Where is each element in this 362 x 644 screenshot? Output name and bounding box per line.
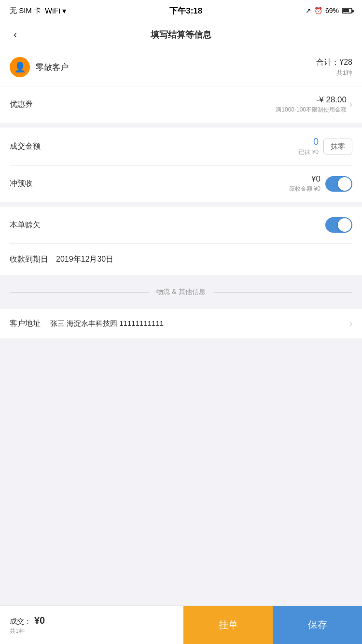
debt-label: 本单赊欠 (10, 220, 41, 230)
total-amount: 合计：¥28 (316, 57, 352, 68)
battery-percent: 69% (325, 7, 339, 14)
debt-row: 本单赊欠 (10, 207, 352, 244)
coupon-row[interactable]: 优惠券 -¥ 28.00 满1000-100不限制使用金额 › (0, 86, 362, 123)
precharge-sub: 应收金额 ¥0 (289, 185, 320, 193)
total-count: 共1种 (316, 69, 352, 77)
carrier-label: 无 SIM 卡 (10, 6, 41, 15)
divider-line-left (10, 292, 149, 293)
coupon-label: 优惠券 (10, 99, 33, 110)
amount-right: 0 已抹 ¥0 抹零 (299, 136, 352, 156)
customer-name: 零散客户 (36, 62, 69, 73)
page-title: 填写结算等信息 (151, 29, 211, 41)
precharge-label: 冲预收 (10, 179, 48, 189)
summary-count: 共1种 (10, 627, 174, 635)
time-label: 下午3:18 (169, 5, 202, 16)
toggle-knob (338, 177, 351, 191)
debt-toggle-knob (338, 218, 351, 232)
battery-icon (342, 8, 352, 14)
address-chevron-icon: › (349, 319, 352, 329)
coupon-right: -¥ 28.00 满1000-100不限制使用金额 › (276, 95, 352, 114)
bottom-bar: 成交： ¥0 共1种 挂单 保存 (0, 605, 362, 644)
bottom-summary: 成交： ¥0 共1种 (0, 615, 183, 635)
precharge-right: ¥0 应收金额 ¥0 (289, 174, 352, 193)
precharge-toggle[interactable] (325, 176, 352, 192)
due-date-label: 收款到期日 (10, 254, 48, 265)
avatar: 👤 (10, 57, 30, 77)
status-bar: 无 SIM 卡 WiFi ▾ 下午3:18 ↗ ⏰ 69% (0, 0, 362, 21)
customer-row: 👤 零散客户 合计：¥28 共1种 (0, 48, 362, 86)
divider-line-right (213, 292, 352, 293)
customer-left: 👤 零散客户 (10, 57, 69, 77)
customer-right: 合计：¥28 共1种 (316, 57, 352, 77)
save-button[interactable]: 保存 (273, 606, 362, 644)
debt-section: 本单赊欠 收款到期日 2019年12月30日 (0, 207, 362, 275)
coupon-discount: -¥ 28.00 (276, 95, 347, 105)
back-button[interactable]: ‹ (10, 25, 21, 45)
summary-amount: ¥0 (34, 615, 45, 626)
status-right: ↗ ⏰ 69% (306, 7, 352, 14)
chevron-right-icon: › (349, 99, 352, 110)
due-date-value: 2019年12月30日 (56, 254, 113, 265)
address-section: 客户地址 张三 海淀永丰科技园 11111111111 › (0, 309, 362, 338)
amount-label: 成交金额 (10, 141, 48, 152)
precharge-amount: ¥0 应收金额 ¥0 (289, 174, 320, 193)
amount-value: 0 (299, 136, 319, 147)
nav-bar: ‹ 填写结算等信息 (0, 21, 362, 48)
alarm-icon: ⏰ (314, 7, 322, 14)
avatar-icon: 👤 (14, 61, 26, 73)
amount-sub: 已抹 ¥0 (299, 148, 319, 156)
summary-label: 成交： (10, 617, 31, 626)
address-left: 客户地址 张三 海淀永丰科技园 11111111111 (10, 319, 164, 329)
logistics-label: 物流 & 其他信息 (156, 288, 205, 296)
location-icon: ↗ (306, 7, 311, 14)
precharge-value: ¥0 (289, 174, 320, 184)
due-date-row: 收款到期日 2019年12月30日 (10, 244, 352, 275)
round-zero-button[interactable]: 抹零 (323, 139, 352, 154)
bottom-spacer (0, 343, 362, 449)
status-left: 无 SIM 卡 WiFi ▾ (10, 6, 66, 15)
transaction-section: 成交金额 0 已抹 ¥0 抹零 冲预收 ¥0 应收金额 ¥0 (0, 127, 362, 202)
customer-coupon-card: 👤 零散客户 合计：¥28 共1种 优惠券 -¥ 28.00 满1000-100… (0, 48, 362, 123)
precharge-row: 冲预收 ¥0 应收金额 ¥0 (10, 166, 352, 202)
content: 👤 零散客户 合计：¥28 共1种 优惠券 -¥ 28.00 满1000-100… (0, 48, 362, 449)
amount-block: 0 已抹 ¥0 (299, 136, 319, 156)
address-row[interactable]: 客户地址 张三 海淀永丰科技园 11111111111 › (10, 309, 352, 338)
debt-toggle[interactable] (325, 217, 352, 233)
address-label: 客户地址 (10, 319, 41, 329)
logistics-section: 物流 & 其他信息 (0, 280, 362, 304)
hold-button[interactable]: 挂单 (183, 606, 273, 644)
logistics-divider: 物流 & 其他信息 (0, 280, 362, 304)
transaction-amount-row: 成交金额 0 已抹 ¥0 抹零 (10, 127, 352, 166)
coupon-value-block: -¥ 28.00 满1000-100不限制使用金额 (276, 95, 347, 114)
summary-top: 成交： ¥0 (10, 615, 174, 626)
address-value: 张三 海淀永丰科技园 11111111111 (50, 319, 164, 328)
wifi-icon: WiFi ▾ (45, 6, 66, 15)
coupon-description: 满1000-100不限制使用金额 (276, 106, 347, 114)
